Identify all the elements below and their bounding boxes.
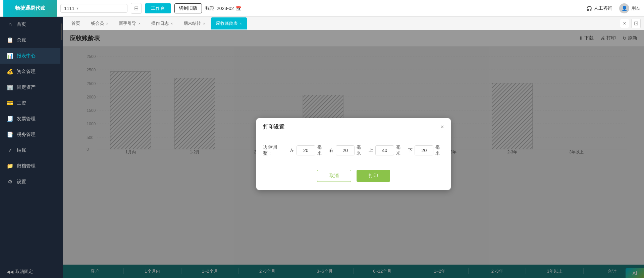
left-unit: 毫米 — [317, 144, 326, 156]
tab-bar-controls: × ⊡ — [620, 19, 641, 28]
dialog-title: 打印设置 — [263, 124, 284, 131]
sidebar-item-ledger[interactable]: 📋 总账 — [0, 32, 60, 48]
main-layout: ⌂ 首页 📋 总账 📊 报表中心 💰 资金管理 🏢 固定资产 💳 工资 — [0, 17, 644, 278]
tab-guide-close[interactable]: × — [138, 21, 140, 25]
funds-icon: 💰 — [7, 68, 13, 75]
tab-aging-label: 应收账龄表 — [216, 20, 238, 26]
expand-button[interactable]: ⊡ — [631, 19, 641, 28]
tab-aging-close[interactable]: × — [240, 21, 242, 25]
support-link[interactable]: 🎧 人工咨询 — [586, 5, 612, 11]
sidebar-pin-btn[interactable]: ◀◀ 取消固定 — [0, 265, 60, 278]
margin-row: 边距调整： 左 毫米 右 毫米 — [263, 144, 444, 156]
margin-right-group: 右 毫米 — [329, 144, 365, 156]
sidebar-item-settings[interactable]: ⚙ 设置 — [0, 174, 60, 190]
dialog-footer: 取消 打印 — [256, 164, 451, 190]
sidebar-item-archive[interactable]: 📁 归档管理 — [0, 158, 60, 174]
tax-icon: 📑 — [7, 131, 13, 138]
sidebar-item-payroll[interactable]: 💳 工资 — [0, 95, 60, 111]
ledger-icon: 📋 — [7, 37, 13, 43]
archive-icon: 📁 — [7, 163, 13, 169]
sidebar-item-label: 工资 — [17, 100, 26, 106]
top-label: 上 — [369, 147, 373, 153]
close-all-tabs-button[interactable]: × — [620, 19, 629, 28]
dialog-body: 边距调整： 左 毫米 右 毫米 — [256, 136, 451, 164]
tab-member[interactable]: 畅会员 × — [86, 17, 113, 29]
assets-icon: 🏢 — [7, 84, 13, 90]
switch-version-button[interactable]: 切到旧版 — [174, 3, 202, 13]
pin-label: 取消固定 — [15, 269, 33, 275]
period-value: 2023-02 — [217, 6, 234, 11]
tab-bar: 首页 畅会员 × 新手引导 × 操作日志 × 期末结转 × 应收账龄表 × — [63, 17, 644, 30]
sidebar-item-assets[interactable]: 🏢 固定资产 — [0, 79, 60, 95]
sidebar-item-tax[interactable]: 📑 税务管理 — [0, 127, 60, 142]
sidebar-item-label: 结账 — [17, 147, 26, 153]
margin-right-input[interactable] — [336, 145, 355, 155]
sidebar-item-reports[interactable]: 📊 报表中心 — [0, 48, 60, 64]
tab-member-close[interactable]: × — [106, 21, 108, 25]
right-label: 右 — [329, 147, 334, 153]
sidebar-scrollbar[interactable] — [60, 17, 63, 278]
sidebar: ⌂ 首页 📋 总账 📊 报表中心 💰 资金管理 🏢 固定资产 💳 工资 — [0, 17, 60, 278]
left-label: 左 — [290, 147, 294, 153]
sidebar-item-funds[interactable]: 💰 资金管理 — [0, 64, 60, 79]
settings-icon: ⚙ — [7, 179, 13, 185]
modal-overlay: 打印设置 × 边距调整： 左 毫米 右 — [63, 30, 644, 278]
margin-top-input[interactable] — [375, 145, 394, 155]
sidebar-item-invoice[interactable]: 🧾 发票管理 — [0, 111, 60, 127]
confirm-print-button[interactable]: 打印 — [357, 170, 390, 182]
margin-bottom-group: 下 毫米 — [408, 144, 444, 156]
pin-icon: ◀◀ — [7, 269, 13, 274]
margin-left-input[interactable] — [297, 145, 315, 155]
period-info: 账期 2023-02 📅 — [205, 5, 241, 11]
bottom-unit: 毫米 — [435, 144, 444, 156]
sidebar-item-label: 税务管理 — [17, 132, 36, 138]
tab-period-end-close[interactable]: × — [203, 21, 205, 25]
period-label: 账期 — [205, 5, 215, 11]
margin-top-group: 上 毫米 — [369, 144, 405, 156]
user-label: 用友 — [631, 5, 641, 11]
tab-period-end[interactable]: 期末结转 × — [178, 17, 210, 29]
headset-icon: 🎧 — [586, 6, 592, 11]
right-unit: 毫米 — [357, 144, 365, 156]
tab-guide-label: 新手引导 — [119, 20, 136, 26]
margin-bottom-input[interactable] — [415, 145, 433, 155]
sidebar-item-label: 总账 — [17, 37, 26, 43]
sidebar-item-label: 首页 — [17, 21, 26, 27]
tab-log-label: 操作日志 — [151, 20, 169, 26]
app-logo: 畅捷通易代账 — [3, 0, 57, 17]
sidebar-item-label: 报表中心 — [17, 53, 36, 59]
sidebar-item-label: 归档管理 — [17, 163, 36, 169]
user-info[interactable]: 👤 用友 — [619, 3, 641, 13]
dialog-close-button[interactable]: × — [440, 124, 444, 131]
company-name: 1111 — [64, 6, 74, 11]
sidebar-item-home[interactable]: ⌂ 首页 — [0, 17, 60, 32]
top-unit: 毫米 — [396, 144, 405, 156]
sidebar-item-checkout[interactable]: ✓ 结账 — [0, 142, 60, 158]
tab-log-close[interactable]: × — [171, 21, 173, 25]
top-bar: 畅捷通易代账 1111 ▾ ⊟ 工作台 切到旧版 账期 2023-02 📅 🎧 … — [0, 0, 644, 17]
print-settings-dialog: 打印设置 × 边距调整： 左 毫米 右 — [256, 118, 451, 190]
calendar-icon[interactable]: 📅 — [236, 6, 241, 11]
home-icon: ⌂ — [7, 21, 13, 27]
cancel-button[interactable]: 取消 — [317, 170, 351, 182]
invoice-icon: 🧾 — [7, 116, 13, 122]
margin-left-group: 左 毫米 — [290, 144, 326, 156]
tab-home[interactable]: 首页 — [66, 17, 85, 29]
avatar: 👤 — [619, 3, 629, 13]
tab-log[interactable]: 操作日志 × — [146, 17, 178, 29]
support-label: 人工咨询 — [594, 5, 612, 11]
sidebar-scroll-thumb — [61, 23, 62, 40]
top-bar-right: 🎧 人工咨询 👤 用友 — [586, 3, 641, 13]
sidebar-item-label: 固定资产 — [17, 84, 36, 90]
payroll-icon: 💳 — [7, 100, 13, 106]
company-selector[interactable]: 1111 ▾ — [60, 4, 127, 13]
dialog-header: 打印设置 × — [256, 118, 451, 136]
tab-guide[interactable]: 新手引导 × — [114, 17, 145, 29]
workbench-button[interactable]: 工作台 — [145, 3, 171, 13]
copy-button[interactable]: ⊟ — [131, 3, 142, 14]
sidebar-item-label: 资金管理 — [17, 69, 36, 75]
sidebar-item-label: 设置 — [17, 179, 26, 185]
tab-home-label: 首页 — [71, 20, 80, 26]
tab-aging[interactable]: 应收账龄表 × — [211, 17, 247, 29]
content-area: 首页 畅会员 × 新手引导 × 操作日志 × 期末结转 × 应收账龄表 × — [63, 17, 644, 278]
